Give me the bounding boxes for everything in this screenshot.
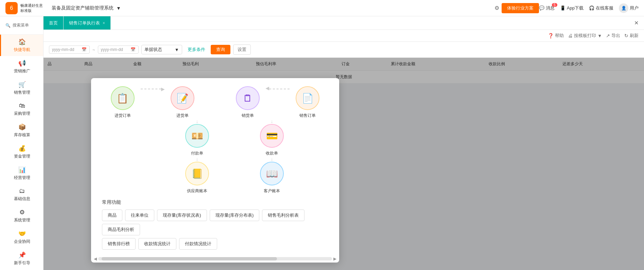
flow-section: 📋 进货订单 ▶ <box>102 86 328 194</box>
customer-ledger-circle[interactable]: 📖 <box>260 162 284 185</box>
experience-button[interactable]: 体验行业方案 <box>502 3 539 13</box>
func-btn-gross-analysis[interactable]: 销售毛利分析表 <box>262 210 304 221</box>
sales-note-circle[interactable]: 🗒 <box>236 86 260 110</box>
sales-order-label: 销售订单 <box>299 113 316 119</box>
query-button[interactable]: 查询 <box>211 45 230 54</box>
message-badge: 5 <box>552 3 557 7</box>
user-item[interactable]: 👤 用户 <box>619 3 639 13</box>
func-btn-receipt-stat[interactable]: 收款情况统计 <box>138 238 176 250</box>
purchase-note-icon: 📝 <box>177 93 189 104</box>
status-select[interactable]: 单据状态 ▼ <box>141 45 182 54</box>
select-arrow: ▼ <box>175 47 179 52</box>
func-btn-payment-stat[interactable]: 付款情况统计 <box>179 238 217 250</box>
message-item[interactable]: 💬 消息 5 <box>539 5 555 11</box>
sidebar-item-purchase[interactable]: 🛍 采购管理 <box>0 99 43 120</box>
purchase-icon: 🛍 <box>19 102 25 109</box>
flow-item-purchase-note: 📝 进货单 <box>162 86 204 119</box>
tab-close-btn[interactable]: × <box>103 21 105 25</box>
sidebar-item-system[interactable]: ⚙ 系统管理 <box>0 205 43 227</box>
func-grid-row2: 销售排行榜 收款情况统计 付款情况统计 <box>102 238 328 250</box>
app-download-item[interactable]: 📱 App下载 <box>560 5 584 11</box>
customer-ledger-icon: 📖 <box>266 168 278 179</box>
func-btn-stock-status[interactable]: 现存量(库存状况表) <box>157 210 207 221</box>
tab-home[interactable]: 首页 <box>43 16 64 30</box>
message-icon: 💬 <box>539 5 544 11</box>
sales-note-label: 销货单 <box>242 113 254 119</box>
export-btn[interactable]: ↗ 导出 <box>606 33 620 39</box>
filter-section: ❓ 帮助 🖨 按模板打印 ▼ ↗ 导出 ↻ 刷新 <box>43 30 644 58</box>
scroll-left-arrow[interactable]: ◀ <box>94 256 97 261</box>
sales-note-icon: 🗒 <box>243 93 253 104</box>
payment-circle[interactable]: 💴 <box>185 124 209 148</box>
receipt-circle[interactable]: 💳 <box>260 124 284 148</box>
sidebar-item-enterprise[interactable]: 🤝 企业协同 <box>0 227 43 248</box>
logo-text: 畅康通好生意 标准版 <box>20 3 43 13</box>
purchase-order-icon: 📋 <box>117 93 128 104</box>
sidebar-item-basic[interactable]: 🗂 基础信息 <box>0 184 43 205</box>
arrow-h-2: ▶ <box>265 86 290 100</box>
sidebar-item-inventory[interactable]: 📦 库存核算 <box>0 120 43 141</box>
calendar-icon-2: 📅 <box>130 47 136 52</box>
sidebar-item-marketing[interactable]: 📢 营销推广 <box>0 56 43 77</box>
common-title: 常用功能 <box>102 199 328 205</box>
sidebar-item-newbie[interactable]: 📌 新手引导 <box>0 248 43 269</box>
app-wrapper: 6 畅康通好生意 标准版 装备及固定资产辅助管理系统 ▼ ⚙ 体验行业方案 💬 … <box>0 0 644 270</box>
sidebar: 🔍 搜索菜单 🏠 快捷导航 📢 营销推广 🛒 销售管理 🛍 <box>0 16 43 270</box>
help-btn[interactable]: ❓ 帮助 <box>548 33 564 39</box>
func-btn-product-gross[interactable]: 商品毛利分析 <box>102 224 140 235</box>
sidebar-item-quick-nav[interactable]: 🏠 快捷导航 <box>0 35 43 56</box>
sales-order-circle[interactable]: 📄 <box>296 86 319 110</box>
system-dropdown-arrow[interactable]: ▼ <box>116 5 121 11</box>
func-btn-product[interactable]: 商品 <box>102 210 122 221</box>
purchase-note-label: 进货单 <box>176 113 189 119</box>
search-icon: 🔍 <box>5 23 11 28</box>
tab-sales-order[interactable]: 销售订单执行表 × <box>64 16 111 30</box>
supplier-ledger-circle[interactable]: 📒 <box>185 162 209 185</box>
func-btn-sales-rank[interactable]: 销售排行榜 <box>102 238 136 250</box>
purchase-order-circle[interactable]: 📋 <box>111 86 135 110</box>
top-bar-right: 💬 消息 5 📱 App下载 🎧 在线客服 👤 用户 <box>539 3 639 13</box>
marketing-icon: 📢 <box>18 59 26 67</box>
date-from-input[interactable]: yyyy-mm-dd 📅 <box>49 46 90 54</box>
print-btn[interactable]: 🖨 按模板打印 ▼ <box>568 33 602 39</box>
flow-item-supplier-ledger: 📒 供应商账本 <box>173 162 221 194</box>
func-btn-partners[interactable]: 往来单位 <box>125 210 154 221</box>
date-separator: ~ <box>92 47 95 52</box>
print-dropdown-arrow: ▼ <box>597 33 602 38</box>
tab-bar: 首页 销售订单执行表 × ✕ <box>43 16 644 30</box>
sidebar-item-sales[interactable]: 🛒 销售管理 <box>0 77 43 99</box>
tab-bar-close-btn[interactable]: ✕ <box>629 20 644 26</box>
sales-order-icon: 📄 <box>302 93 314 104</box>
content-inner: 品 商品 金额 预估毛利 预估毛利率 订金 累计收款金额 收款比例 还差多少天 <box>43 58 644 270</box>
arrow-h-1: ▶ <box>141 86 165 100</box>
search-menu[interactable]: 🔍 搜索菜单 <box>3 20 40 30</box>
payment-icon: 💴 <box>191 130 203 142</box>
settings-button[interactable]: 设置 <box>233 44 251 55</box>
scroll-right-arrow[interactable]: ▶ <box>333 256 336 261</box>
gear-button[interactable]: ⚙ <box>492 3 502 13</box>
more-conditions-btn[interactable]: 更多条件 <box>185 45 208 54</box>
flow-item-sales-note: 🗒 销货单 <box>227 86 268 119</box>
system-title-text: 装备及固定资产辅助管理系统 <box>52 5 114 11</box>
func-grid-row1: 商品 往来单位 现存量(库存状况表) 现存量(库存分布表) 销售毛利分析表 商品… <box>102 210 328 235</box>
purchase-order-label: 进货订单 <box>115 113 131 119</box>
toolbar: ❓ 帮助 🖨 按模板打印 ▼ ↗ 导出 ↻ 刷新 <box>43 30 644 42</box>
sidebar-item-finance[interactable]: 💰 资金管理 <box>0 141 43 163</box>
customer-ledger-label: 客户账本 <box>264 188 280 194</box>
sidebar-item-management[interactable]: 📊 经营管理 <box>0 163 43 184</box>
flow-item-sales-order: 📄 销售订单 <box>287 86 328 119</box>
top-bar: 6 畅康通好生意 标准版 装备及固定资产辅助管理系统 ▼ ⚙ 体验行业方案 💬 … <box>0 0 644 16</box>
func-btn-stock-dist[interactable]: 现存量(库存分布表) <box>210 210 260 221</box>
inventory-icon: 📦 <box>18 123 26 131</box>
purchase-note-circle[interactable]: 📝 <box>171 86 194 110</box>
refresh-btn[interactable]: ↻ 刷新 <box>624 33 639 39</box>
avatar: 👤 <box>619 3 628 13</box>
filter-row: yyyy-mm-dd 📅 ~ yyyy-mm-dd 📅 单据状态 ▼ 更多条件 … <box>43 42 644 58</box>
online-service-item[interactable]: 🎧 在线客服 <box>589 5 613 11</box>
date-to-input[interactable]: yyyy-mm-dd 📅 <box>98 46 139 54</box>
scroll-thumb[interactable] <box>102 257 277 260</box>
common-functions: 常用功能 商品 往来单位 现存量(库存状况表) 现存量(库存分布表) 销售毛利分… <box>102 194 328 255</box>
supplier-ledger-label: 供应商账本 <box>187 188 207 194</box>
help-icon: ❓ <box>548 33 554 38</box>
flow-item-purchase-order: 📋 进货订单 <box>102 86 143 119</box>
